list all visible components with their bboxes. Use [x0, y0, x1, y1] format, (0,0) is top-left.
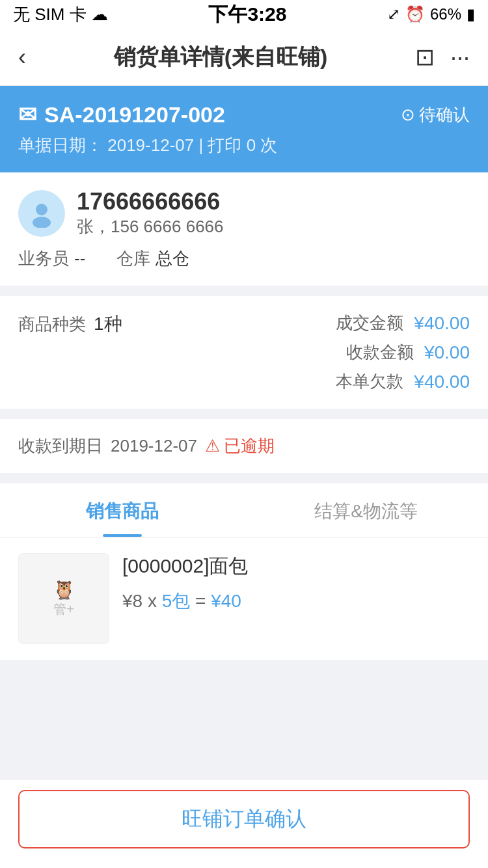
status-time: 下午3:28 — [208, 1, 286, 28]
received-value: ¥0.00 — [424, 342, 470, 363]
received-label: 收款金额 — [346, 341, 414, 364]
tab-settlement[interactable]: 结算&物流等 — [244, 483, 488, 537]
salesperson-item: 业务员 -- — [18, 247, 85, 270]
transaction-value: ¥40.00 — [414, 313, 470, 334]
customer-info: 17666666666 张，156 6666 6666 — [77, 188, 224, 238]
order-date-value: 2019-12-07 — [107, 135, 194, 155]
location-icon: ⤢ — [387, 5, 400, 23]
product-brand-text: 🦉 管+ — [53, 579, 75, 618]
customer-name: 张，156 6666 6666 — [77, 215, 224, 238]
battery-label: 66% — [430, 5, 461, 23]
product-info: [0000002]面包 ¥8 x 5包 = ¥40 — [122, 553, 470, 614]
owed-value: ¥40.00 — [414, 372, 470, 392]
tabs-bar: 销售商品 结算&物流等 — [0, 483, 488, 537]
order-id-icon: ✉ — [18, 102, 36, 128]
tab-sales-goods[interactable]: 销售商品 — [0, 483, 244, 537]
product-card: 🦉 管+ [0000002]面包 ¥8 x 5包 = ¥40 — [0, 537, 488, 660]
order-header: ✉ SA-20191207-002 ⊙ 待确认 单据日期： 2019-12-07… — [0, 86, 488, 172]
summary-card: 商品种类 1种 成交金额 ¥40.00 收款金额 ¥0.00 本单欠款 ¥40.… — [0, 296, 488, 409]
more-button[interactable]: ··· — [450, 44, 470, 71]
goods-type-value: 1种 — [94, 312, 122, 336]
received-row: 收款金额 ¥0.00 — [346, 341, 470, 364]
nav-bar: ‹ 销货单详情(来自旺铺) ⊡ ··· — [0, 29, 488, 86]
transaction-label: 成交金额 — [336, 312, 403, 334]
svg-point-0 — [36, 204, 47, 215]
status-right: ⤢ ⏰ 66% ▮ — [387, 5, 475, 23]
due-date-card: 收款到期日 2019-12-07 ⚠ 已逾期 — [0, 419, 488, 473]
svg-point-1 — [33, 217, 51, 228]
goods-type-section: 商品种类 1种 — [18, 312, 336, 336]
tab-settlement-label: 结算&物流等 — [314, 501, 418, 521]
nav-right-actions: ⊡ ··· — [415, 44, 470, 71]
due-date-value: 2019-12-07 — [111, 436, 197, 456]
customer-card: 17666666666 张，156 6666 6666 业务员 -- 仓库 总仓 — [0, 172, 488, 286]
order-status: ⊙ 待确认 — [401, 103, 470, 126]
warning-icon: ⚠ — [205, 436, 220, 456]
goods-type-label: 商品种类 — [18, 313, 86, 336]
salesperson-value: -- — [74, 249, 85, 269]
empty-area — [0, 660, 488, 790]
customer-meta: 业务员 -- 仓库 总仓 — [18, 247, 470, 270]
confirm-order-label: 旺铺订单确认 — [182, 805, 306, 834]
transaction-row: 成交金额 ¥40.00 — [336, 312, 470, 334]
product-name: [0000002]面包 — [122, 553, 470, 580]
status-left: 无 SIM 卡 ☁ — [13, 3, 108, 26]
warehouse-label: 仓库 — [116, 247, 150, 270]
amounts-section: 成交金额 ¥40.00 收款金额 ¥0.00 本单欠款 ¥40.00 — [336, 312, 470, 393]
product-qty: 5包 — [162, 591, 191, 611]
salesperson-label: 业务员 — [18, 247, 69, 270]
date-label: 单据日期： — [18, 135, 103, 155]
product-brand-label: 管+ — [53, 601, 75, 618]
product-thumbnail: 🦉 管+ — [18, 553, 109, 644]
overdue-text: 已逾期 — [224, 435, 275, 457]
due-date-label: 收款到期日 — [18, 435, 103, 457]
avatar — [18, 190, 65, 237]
back-button[interactable]: ‹ — [18, 44, 26, 71]
no-sim-label: 无 SIM 卡 ☁ — [13, 3, 108, 26]
order-id: ✉ SA-20191207-002 — [18, 102, 225, 128]
warehouse-item: 仓库 总仓 — [116, 247, 189, 270]
price-label: ¥8 x — [122, 591, 162, 611]
customer-top: 17666666666 张，156 6666 6666 — [18, 188, 470, 238]
equals-label: = — [190, 591, 211, 611]
overdue-badge: ⚠ 已逾期 — [205, 435, 275, 457]
status-label: 待确认 — [419, 103, 470, 126]
status-clock-icon: ⊙ — [401, 105, 415, 125]
order-id-value: SA-20191207-002 — [44, 102, 225, 128]
owed-label: 本单欠款 — [336, 370, 403, 393]
product-total: ¥40 — [211, 591, 241, 611]
tab-sales-goods-label: 销售商品 — [86, 501, 159, 521]
battery-icon: ▮ — [467, 5, 475, 23]
order-date-row: 单据日期： 2019-12-07 | 打印 0 次 — [18, 134, 470, 157]
customer-phone: 17666666666 — [77, 188, 224, 215]
warehouse-value: 总仓 — [156, 247, 189, 270]
share-button[interactable]: ⊡ — [415, 44, 435, 71]
bottom-bar: 旺铺订单确认 — [0, 779, 488, 868]
page-title: 销货单详情(来自旺铺) — [114, 42, 328, 72]
product-price-row: ¥8 x 5包 = ¥40 — [122, 589, 470, 614]
alarm-icon: ⏰ — [405, 5, 425, 23]
order-header-top: ✉ SA-20191207-002 ⊙ 待确认 — [18, 102, 470, 128]
print-label: | 打印 0 次 — [198, 135, 277, 155]
status-bar: 无 SIM 卡 ☁ 下午3:28 ⤢ ⏰ 66% ▮ — [0, 0, 488, 29]
confirm-order-button[interactable]: 旺铺订单确认 — [18, 790, 470, 848]
owed-row: 本单欠款 ¥40.00 — [336, 370, 470, 393]
